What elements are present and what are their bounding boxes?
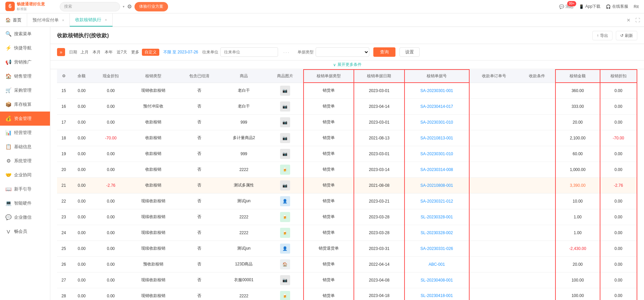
td-verify-type-24: 现续收款核销 bbox=[129, 225, 178, 241]
th-bill-type: 核销单据类型 bbox=[304, 70, 354, 83]
td-verify-amount-22: 10.00 bbox=[555, 193, 600, 209]
tab-prepay-close-icon[interactable]: × bbox=[62, 18, 64, 22]
sidebar-item-enterprise[interactable]: 🤝 企业协同 bbox=[0, 168, 50, 182]
tab-prepay[interactable]: 预付冲应付单 × bbox=[27, 13, 70, 27]
app-download-icon: 📱 bbox=[579, 4, 584, 9]
td-receipt-order-no-20 bbox=[469, 162, 519, 177]
td-product-23: 2222 bbox=[221, 209, 267, 225]
td-product-28: 2222 bbox=[221, 288, 267, 300]
tab-maximize-btn[interactable]: ⛶ bbox=[634, 16, 641, 24]
th-bill-no: 核销单据号 bbox=[405, 70, 469, 83]
settings-icon: ⚙ bbox=[62, 74, 66, 78]
td-num-21: 21 bbox=[57, 177, 70, 193]
date-btn-7days[interactable]: 近7天 bbox=[115, 49, 128, 56]
td-bill-no-26[interactable]: ABC-001 bbox=[405, 256, 469, 272]
td-verify-type-28: 现销收款核销 bbox=[129, 288, 178, 300]
td-receipt-cond-21 bbox=[519, 177, 555, 193]
search-trigger[interactable]: 搜索 bbox=[60, 2, 120, 11]
td-cash-discount-20: 0.00 bbox=[93, 162, 129, 177]
td-balance-15: 0.00 bbox=[70, 83, 93, 98]
top-bar: 6 畅捷通谱好生意 标准版 搜索 ▾ ⚙ 体验行业方案 💬 消息 99+ 📱 A… bbox=[0, 0, 644, 13]
td-bill-date-24: 2023-03-28 bbox=[354, 225, 404, 241]
sidebar-item-purchase[interactable]: 🛒 采购管理 bbox=[0, 83, 50, 97]
sidebar-item-marketing[interactable]: 📢 营销推广 bbox=[0, 55, 50, 69]
billtype-select[interactable] bbox=[316, 47, 369, 57]
date-btn-custom[interactable]: 自定义 bbox=[142, 49, 159, 56]
td-verify-type-17: 收款核销 bbox=[129, 114, 178, 130]
td-num-25: 25 bbox=[57, 241, 70, 256]
td-verify-type-22: 现续收款核销 bbox=[129, 193, 178, 209]
enterprise-icon: 🤝 bbox=[5, 172, 11, 178]
td-receipt-cond-28 bbox=[519, 288, 555, 300]
purchase-icon: 🛒 bbox=[5, 87, 11, 93]
sidebar-item-sales[interactable]: 🏠 销售管理 bbox=[0, 69, 50, 83]
sidebar-item-basic[interactable]: 📋 基础信息 bbox=[0, 140, 50, 154]
td-verify-discount-17: 0.00 bbox=[600, 114, 637, 130]
sidebar-item-hardware[interactable]: 💻 智能硬件 bbox=[0, 196, 50, 210]
expand-more-btn[interactable]: ∨ 展开更多条件 bbox=[50, 60, 644, 69]
table-header-row: ⚙ 余额 现金折扣 核销类型 包含已结清 商品 商品图片 核销单据类型 核销单据… bbox=[57, 70, 637, 83]
td-verify-type-26: 预收款核销 bbox=[129, 256, 178, 272]
app-download-btn[interactable]: 📱 App下载 bbox=[579, 4, 600, 9]
td-bill-no-25[interactable]: SA-20230331-026 bbox=[405, 241, 469, 256]
sidebar: 🔍 搜索菜单 ⚡ 快捷导航 📢 营销推广 🏠 销售管理 🛒 采购管理 📦 库存核… bbox=[0, 27, 50, 300]
gear-icon[interactable]: ⚙ bbox=[127, 3, 132, 10]
tab-close-btn[interactable]: ✕ bbox=[625, 16, 632, 24]
td-bill-type-18: 销货单 bbox=[304, 130, 354, 146]
filter-date-group: 日期 上月 本月 本年 近7天 更多 自定义 bbox=[69, 49, 159, 56]
query-btn[interactable]: 查询 bbox=[373, 47, 395, 57]
td-bill-no-19[interactable]: SA-20230301-010 bbox=[405, 146, 469, 162]
tab-receipt-close-icon[interactable]: × bbox=[105, 18, 107, 22]
td-bill-no-21[interactable]: SA-20210808-001 bbox=[405, 177, 469, 193]
td-bill-no-24[interactable]: SL-20230328-002 bbox=[405, 225, 469, 241]
setting-btn[interactable]: 设置 bbox=[399, 47, 420, 57]
company-input[interactable] bbox=[220, 47, 278, 57]
td-receipt-cond-26 bbox=[519, 256, 555, 272]
date-btn-last-month[interactable]: 上月 bbox=[79, 49, 90, 56]
td-receipt-order-no-21 bbox=[469, 177, 519, 193]
td-bill-no-18[interactable]: SA-20210813-001 bbox=[405, 130, 469, 146]
td-bill-no-27[interactable]: SL-20230408-001 bbox=[405, 272, 469, 288]
td-bill-no-17[interactable]: SA-20230301-010 bbox=[405, 114, 469, 130]
sidebar-item-inventory[interactable]: 📦 库存核算 bbox=[0, 97, 50, 112]
td-product-20: 2222 bbox=[221, 162, 267, 177]
td-cash-discount-21: -2.76 bbox=[93, 177, 129, 193]
td-bill-no-22[interactable]: SA-20230321-012 bbox=[405, 193, 469, 209]
notification-btn[interactable]: 💬 消息 99+ bbox=[559, 4, 574, 9]
page-header-actions: ↑ 导出 ↺ 刷新 bbox=[592, 31, 637, 40]
tab-home[interactable]: 🏠 首页 bbox=[0, 13, 27, 27]
td-balance-26: 0.00 bbox=[70, 256, 93, 272]
sidebar-item-business[interactable]: 📊 经营管理 bbox=[0, 126, 50, 140]
sidebar-item-guide[interactable]: 📖 新手引导 bbox=[0, 182, 50, 196]
sidebar-item-search[interactable]: 🔍 搜索菜单 bbox=[0, 27, 50, 41]
td-cash-discount-17: 0.00 bbox=[93, 114, 129, 130]
td-product-img-27: 📷 bbox=[267, 272, 304, 288]
sidebar-item-wechat[interactable]: 💬 企业微信 bbox=[0, 210, 50, 224]
td-receipt-cond-17 bbox=[519, 114, 555, 130]
td-bill-no-23[interactable]: SL-20230328-001 bbox=[405, 209, 469, 225]
td-bill-no-15[interactable]: SA-20230301-001 bbox=[405, 83, 469, 98]
date-btn-more[interactable]: 更多 bbox=[130, 49, 141, 56]
filter-expand-btn[interactable]: » bbox=[57, 48, 65, 56]
td-bill-no-28[interactable]: SL-20230418-001 bbox=[405, 288, 469, 300]
td-receipt-cond-22 bbox=[519, 193, 555, 209]
sidebar-item-finance[interactable]: 💰 资金管理 bbox=[0, 112, 50, 126]
td-bill-date-17: 2023-03-01 bbox=[354, 114, 404, 130]
sidebar-item-shortcut[interactable]: ⚡ 快捷导航 bbox=[0, 41, 50, 55]
export-btn[interactable]: ↑ 导出 bbox=[592, 31, 612, 40]
industry-btn[interactable]: 体验行业方案 bbox=[135, 2, 168, 11]
sidebar-item-system[interactable]: ⚙ 系统管理 bbox=[0, 154, 50, 168]
refresh-btn[interactable]: ↺ 刷新 bbox=[616, 31, 637, 40]
online-support-btn[interactable]: 🎧 在线客服 bbox=[606, 4, 628, 9]
date-btn-this-month[interactable]: 本月 bbox=[91, 49, 102, 56]
sidebar-item-vip[interactable]: V 畅会员 bbox=[0, 224, 50, 239]
td-bill-no-16[interactable]: SA-20230414-017 bbox=[405, 98, 469, 114]
td-receipt-cond-19 bbox=[519, 146, 555, 162]
basic-icon: 📋 bbox=[5, 144, 11, 150]
date-btn-this-year[interactable]: 本年 bbox=[103, 49, 114, 56]
user-name-btn[interactable]: Rit bbox=[634, 4, 639, 9]
td-receipt-cond-16 bbox=[519, 98, 555, 114]
tab-receipt[interactable]: 收款核销执行 × bbox=[70, 13, 112, 27]
th-gear[interactable]: ⚙ bbox=[57, 70, 70, 83]
td-bill-no-20[interactable]: SA-20230314-008 bbox=[405, 162, 469, 177]
